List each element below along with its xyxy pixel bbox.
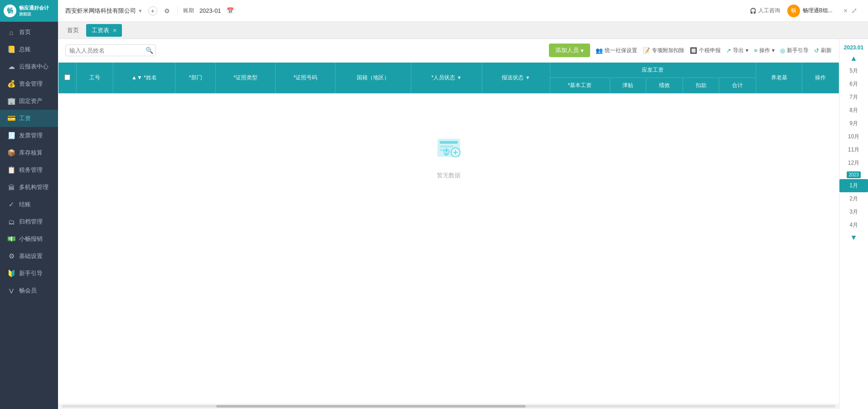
scrollbar-thumb[interactable]	[216, 405, 526, 408]
sidebar-item-label: 新手引导	[19, 269, 43, 278]
period-label: 账期	[183, 7, 194, 15]
sidebar-item-label: 畅会员	[19, 287, 37, 295]
tab-wage-table-label: 工资表	[92, 26, 109, 34]
tab-home[interactable]: 首页	[62, 24, 84, 37]
sidebar-item-label: 库存核算	[19, 149, 43, 157]
archive-icon: 🗂	[7, 218, 15, 226]
month-item-jan-2023[interactable]: 1月	[839, 179, 868, 192]
sidebar-item-fixed-assets[interactable]: 🏢 固定资产	[0, 93, 58, 110]
sidebar-item-home[interactable]: ⌂ 首页	[0, 24, 58, 41]
horizontal-scrollbar[interactable]	[58, 404, 839, 409]
sidebar-item-closing[interactable]: ✓ 结账	[0, 196, 58, 213]
month-item-mar-2023[interactable]: 3月	[839, 205, 868, 219]
tab-home-label: 首页	[67, 26, 79, 34]
sidebar-item-tax[interactable]: 📋 税务管理	[0, 161, 58, 179]
wage-area: 🔍 添加人员 ▾ 👥 统一社保设置 📝 专项附加扣除	[58, 39, 839, 409]
sidebar-item-label: 税务管理	[19, 166, 43, 174]
maximize-window-button[interactable]: ⤢	[851, 6, 857, 15]
social-security-button[interactable]: 👥 统一社保设置	[596, 47, 637, 54]
sidebar-item-funds[interactable]: 💰 资金管理	[0, 75, 58, 93]
add-person-label: 添加人员	[555, 46, 579, 54]
month-item-oct-2022[interactable]: 10月	[839, 130, 868, 143]
personal-tax-button[interactable]: 🔲 个税申报	[690, 47, 721, 54]
month-item-jul-2022[interactable]: 7月	[839, 91, 868, 104]
svg-point-8	[446, 150, 447, 151]
month-item-aug-2022[interactable]: 8月	[839, 104, 868, 117]
empty-state: 暂无数据	[58, 93, 839, 216]
sidebar-item-ledger[interactable]: 📒 总账	[0, 41, 58, 58]
search-input[interactable]	[69, 47, 145, 54]
special-deduction-button[interactable]: 📝 专项附加扣除	[643, 47, 684, 54]
sidebar-item-cloud-report[interactable]: ☁ 云报表中心	[0, 58, 58, 75]
operations-dropdown-icon: ▾	[772, 47, 775, 54]
operations-label: 操作	[759, 47, 770, 54]
social-security-label: 统一社保设置	[605, 47, 637, 54]
refresh-button[interactable]: ↺ 刷新	[814, 47, 832, 54]
personal-tax-icon: 🔲	[690, 47, 697, 54]
sidebar-item-member[interactable]: V 畅会员	[0, 282, 58, 299]
deduction-sub-header: 扣款	[683, 78, 719, 93]
add-company-button[interactable]: +	[148, 6, 157, 15]
check-header[interactable]	[58, 63, 77, 93]
wage-table: 工号 ▲▼ *姓名 *部门 *证照类型 *证照号码 国籍（地区） *人员状态 ▼	[58, 62, 839, 216]
tabbar: 首页 工资表 ×	[58, 22, 868, 39]
special-deduction-label: 专项附加扣除	[652, 47, 684, 54]
funds-icon: 💰	[7, 80, 15, 88]
new-guide-button[interactable]: ◎ 新手引导	[780, 47, 809, 54]
company-selector[interactable]: 西安虾米网络科技有限公司 ▼	[65, 7, 143, 15]
sidebar-item-label: 归档管理	[19, 218, 43, 226]
logo-text: 畅应通好会计	[19, 5, 49, 11]
social-security-icon: 👥	[596, 47, 603, 54]
export-label: 导出	[733, 47, 744, 54]
person-status-header: *人员状态 ▼	[411, 63, 482, 93]
wage-group-header: 应发工资	[550, 63, 756, 78]
sidebar-item-label: 多机构管理	[19, 183, 48, 191]
topbar-divider	[177, 6, 178, 15]
sidebar-item-archive[interactable]: 🗂 归档管理	[0, 213, 58, 230]
logo-icon: 畅	[4, 5, 16, 17]
svg-rect-1	[440, 141, 458, 144]
company-settings-button[interactable]: ⚙	[163, 6, 172, 15]
total-sub-header: 合计	[719, 78, 756, 93]
company-name: 西安虾米网络科技有限公司	[65, 7, 136, 15]
performance-sub-header: 绩效	[646, 78, 683, 93]
month-item-jun-2022[interactable]: 6月	[839, 78, 868, 91]
sidebar-item-settings[interactable]: ⚙ 基础设置	[0, 248, 58, 265]
tab-close-icon[interactable]: ×	[113, 27, 116, 34]
tab-wage-table[interactable]: 工资表 ×	[86, 24, 122, 37]
month-item-feb-2023[interactable]: 2月	[839, 192, 868, 205]
month-item-sep-2022[interactable]: 9月	[839, 117, 868, 130]
sidebar-item-guide[interactable]: 🔰 新手引导	[0, 265, 58, 282]
sidebar-item-invoice[interactable]: 🧾 发票管理	[0, 127, 58, 144]
refresh-label: 刷新	[821, 47, 832, 54]
new-guide-label: 新手引导	[787, 47, 809, 54]
period-display: 2023.01	[844, 43, 863, 53]
month-item-nov-2022[interactable]: 11月	[839, 143, 868, 156]
sidebar-item-expense[interactable]: 💵 小畅报销	[0, 230, 58, 248]
empty-row: 暂无数据	[58, 93, 839, 216]
add-person-button[interactable]: 添加人员 ▾	[549, 44, 590, 57]
service-button[interactable]: 🎧 人工咨询	[750, 7, 780, 15]
special-deduction-icon: 📝	[643, 47, 650, 54]
select-all-checkbox[interactable]	[64, 74, 70, 80]
export-icon: ↗	[726, 47, 731, 54]
month-item-dec-2022[interactable]: 12月	[839, 156, 868, 170]
sidebar-item-label: 资金管理	[19, 80, 43, 88]
refresh-icon: ↺	[814, 47, 819, 54]
month-item-may-2022[interactable]: 5月	[839, 64, 868, 78]
operations-button[interactable]: ≡ 操作 ▾	[754, 47, 775, 54]
id-number-header: *证照号码	[276, 63, 335, 93]
export-button[interactable]: ↗ 导出 ▾	[726, 47, 748, 54]
member-icon: V	[7, 287, 15, 295]
month-prev-button[interactable]: ▲	[849, 53, 859, 64]
search-wrap: 🔍	[65, 44, 156, 56]
month-next-button[interactable]: ▼	[849, 232, 859, 243]
employee-id-header: 工号	[77, 63, 113, 93]
sidebar-item-wage[interactable]: 💳 工资	[0, 110, 58, 127]
close-window-button[interactable]: ×	[844, 7, 848, 15]
sidebar-item-inventory[interactable]: 📦 库存核算	[0, 144, 58, 161]
month-item-apr-2023[interactable]: 4月	[839, 219, 868, 232]
sidebar-item-multi-org[interactable]: 🏛 多机构管理	[0, 179, 58, 196]
user-menu[interactable]: 畅 畅理通B组...	[787, 5, 833, 17]
calendar-icon[interactable]: 📅	[227, 7, 234, 14]
